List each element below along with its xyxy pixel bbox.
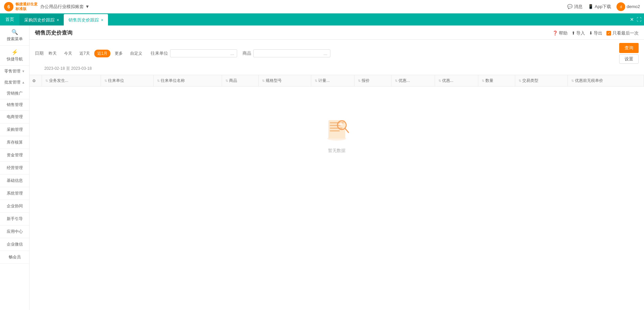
th-discount1[interactable]: ⇅ 优惠... <box>391 75 435 87</box>
export-icon: ⬇ <box>589 31 593 36</box>
date-range-display: 2023-02-18 至 2023-03-18 <box>44 66 92 71</box>
tab-maximize-icon[interactable]: ⛶ <box>637 17 641 22</box>
date-today[interactable]: 今天 <box>61 50 75 57</box>
th-quantity[interactable]: ⇅ 数量 <box>478 75 515 87</box>
workspace-selector[interactable]: 办公用品行业模拟账套 ▼ <box>40 4 90 10</box>
sidebar-item-newbie[interactable]: 新手引导 <box>0 213 29 225</box>
top-bar-left: 6 畅捷通好生意 标准版 办公用品行业模拟账套 ▼ <box>4 2 90 11</box>
sidebar-item-inventory[interactable]: 库存核算 <box>0 136 29 149</box>
shortcut-icon: ⚡ <box>11 49 18 55</box>
th-goods-label: 商品 <box>229 78 237 84</box>
sidebar-purchase-label: 采购管理 <box>7 127 23 133</box>
sidebar-wholesale-label: 批发管理 <box>4 80 20 85</box>
date-1month[interactable]: 近1月 <box>94 50 111 57</box>
sidebar-item-search[interactable]: 🔍 搜索菜单 <box>0 25 29 46</box>
help-btn[interactable]: ❓ 帮助 <box>552 30 568 36</box>
empty-text: 暂无数据 <box>328 148 345 154</box>
tab-sales-close[interactable]: × <box>101 18 103 22</box>
settings-button[interactable]: 设置 <box>619 54 639 64</box>
svg-point-8 <box>339 122 342 126</box>
gear-icon[interactable]: ⚙ <box>32 79 36 83</box>
sidebar-item-system[interactable]: 系统管理 <box>0 187 29 200</box>
data-table: ⚙ ⇅ 业务发生... ⇅ 往来单 <box>30 75 644 87</box>
th-biz-date[interactable]: ⇅ 业务发生... <box>42 75 101 87</box>
partner-dots-icon[interactable]: ... <box>230 51 234 56</box>
th-trade-type[interactable]: ⇅ 交易类型 <box>515 75 568 87</box>
th-discount2[interactable]: ⇅ 优惠... <box>435 75 478 87</box>
main-layout: 🔍 搜索菜单 ⚡ 快捷导航 零售管理 ▼ 批发管理 ▲ 营销推广 销售管理 电商… <box>0 25 644 310</box>
sidebar-item-retail[interactable]: 零售管理 ▼ <box>0 66 29 77</box>
sidebar-shortcut-label: 快捷导航 <box>7 56 23 62</box>
message-btn[interactable]: 💬 消息 <box>567 4 583 10</box>
th-quote-label: 报价 <box>362 78 370 84</box>
sidebar-item-shortcut[interactable]: ⚡ 快捷导航 <box>0 46 29 66</box>
sidebar-item-member[interactable]: 畅会员 <box>0 251 29 264</box>
th-tax-price[interactable]: ⇅ 优惠前无税单价 <box>568 75 644 87</box>
th-partner-code[interactable]: ⇅ 往来单位 <box>101 75 153 87</box>
sidebar-newbie-label: 新手引导 <box>7 216 23 222</box>
sidebar-item-finance[interactable]: 资金管理 <box>0 149 29 162</box>
th-quote[interactable]: ⇅ 报价 <box>355 75 391 87</box>
sidebar-search-label: 搜索菜单 <box>7 36 23 42</box>
wholesale-arrow-icon: ▲ <box>22 81 25 84</box>
sort-icon-3: ⇅ <box>157 79 160 83</box>
import-icon: ⬆ <box>572 31 575 36</box>
tab-close-all-icon[interactable]: ✕ <box>630 17 634 22</box>
th-quantity-label: 数量 <box>485 78 493 84</box>
th-spec[interactable]: ⇅ 规格型号 <box>259 75 311 87</box>
sidebar-corp-wechat-label: 企业微信 <box>7 242 23 247</box>
user-area[interactable]: d demo2 <box>616 2 640 11</box>
sort-icon-6: ⇅ <box>315 79 317 83</box>
tab-home[interactable]: 首页 <box>0 13 19 25</box>
goods-dots-icon[interactable]: ... <box>323 51 327 56</box>
export-btn[interactable]: ⬇ 导出 <box>589 30 602 36</box>
dropdown-icon: ▼ <box>85 4 90 9</box>
retail-arrow-icon: ▼ <box>22 69 25 73</box>
partner-input[interactable] <box>173 51 230 56</box>
tab-purchase[interactable]: 采购历史价跟踪 × <box>19 14 64 26</box>
goods-input[interactable] <box>256 51 323 56</box>
sidebar-finance-label: 资金管理 <box>7 152 23 158</box>
sidebar-item-operation[interactable]: 经营管理 <box>0 162 29 174</box>
sort-icon-11: ⇅ <box>519 79 521 83</box>
only-last-checkbox[interactable]: ✓ 只看最后一次 <box>606 30 639 36</box>
empty-illustration <box>322 113 352 144</box>
sidebar-item-sales-mgmt[interactable]: 销售管理 <box>0 99 29 111</box>
th-gear[interactable]: ⚙ <box>30 75 42 87</box>
sidebar-item-purchase-mgmt[interactable]: 采购管理 <box>0 123 29 136</box>
date-buttons: 昨天 今天 近7天 近1月 更多 自定义 <box>46 50 145 57</box>
date-7days[interactable]: 近7天 <box>76 50 93 57</box>
tab-purchase-close[interactable]: × <box>57 18 59 22</box>
th-spec-label: 规格型号 <box>266 78 282 84</box>
import-btn[interactable]: ⬆ 导入 <box>572 30 585 36</box>
sidebar-item-ecommerce[interactable]: 电商管理 <box>0 111 29 123</box>
workspace-name: 办公用品行业模拟账套 <box>40 4 84 10</box>
sidebar-corp-collab-label: 企业协同 <box>7 203 23 209</box>
date-custom[interactable]: 自定义 <box>127 50 145 57</box>
date-yesterday[interactable]: 昨天 <box>46 50 60 57</box>
tab-purchase-label: 采购历史价跟踪 <box>24 17 55 23</box>
sidebar-item-marketing[interactable]: 营销推广 <box>0 88 29 99</box>
sidebar-marketing-label: 营销推广 <box>7 91 23 96</box>
sidebar-item-wholesale[interactable]: 批发管理 ▲ <box>0 77 29 88</box>
sidebar-item-corp-collab[interactable]: 企业协同 <box>0 200 29 213</box>
top-bar: 6 畅捷通好生意 标准版 办公用品行业模拟账套 ▼ 💬 消息 📱 App下载 d… <box>0 0 644 13</box>
checkbox-icon: ✓ <box>606 31 611 36</box>
top-bar-right: 💬 消息 📱 App下载 d demo2 <box>567 2 640 11</box>
th-unit[interactable]: ⇅ 计量... <box>311 75 355 87</box>
sidebar-item-corp-wechat[interactable]: 企业微信 <box>0 238 29 251</box>
avatar: d <box>616 2 625 11</box>
query-button[interactable]: 查询 <box>619 43 639 53</box>
date-more[interactable]: 更多 <box>112 50 126 57</box>
partner-filter: 往来单位 ... <box>151 49 237 57</box>
sort-icon-12: ⇅ <box>571 79 574 83</box>
tab-bar-actions: ✕ ⛶ <box>630 17 644 22</box>
th-partner-name[interactable]: ⇅ 往来单位名称 <box>153 75 222 87</box>
th-goods[interactable]: ⇅ 商品 <box>222 75 259 87</box>
sidebar-item-app-center[interactable]: 应用中心 <box>0 225 29 238</box>
app-download-btn[interactable]: 📱 App下载 <box>588 4 611 10</box>
th-discount1-label: 优惠... <box>398 78 410 84</box>
sidebar-app-center-label: 应用中心 <box>7 229 23 235</box>
sidebar-item-basic[interactable]: 基础信息 <box>0 174 29 187</box>
tab-sales[interactable]: 销售历史价跟踪 × <box>64 14 108 26</box>
